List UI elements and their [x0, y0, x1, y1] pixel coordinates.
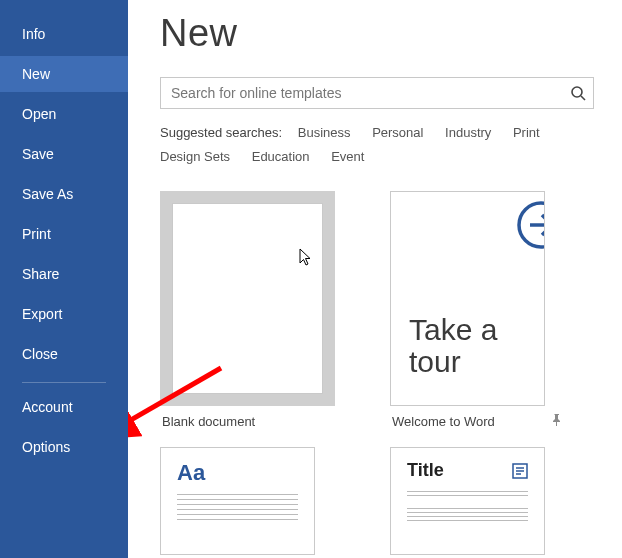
template-thumbnail: Title — [390, 447, 545, 555]
suggested-link-education[interactable]: Education — [252, 149, 310, 164]
preview-lines — [407, 491, 528, 521]
search-button[interactable] — [562, 77, 594, 109]
suggested-link-industry[interactable]: Industry — [445, 125, 491, 140]
suggested-link-personal[interactable]: Personal — [372, 125, 423, 140]
search-wrap — [160, 77, 594, 109]
svg-line-1 — [581, 96, 585, 100]
svg-point-0 — [572, 87, 582, 97]
template-single-spaced[interactable]: Aa — [160, 447, 335, 555]
sidebar-item-info[interactable]: Info — [0, 16, 128, 52]
suggested-link-print[interactable]: Print — [513, 125, 540, 140]
search-icon — [570, 85, 586, 101]
template-thumbnail: Aa — [160, 447, 315, 555]
sidebar-item-account[interactable]: Account — [0, 389, 128, 425]
cursor-icon — [299, 248, 315, 268]
sidebar-item-options[interactable]: Options — [0, 429, 128, 465]
sidebar-item-open[interactable]: Open — [0, 96, 128, 132]
document-icon — [512, 463, 528, 479]
template-welcome-to-word[interactable]: Take a tour Welcome to Word — [390, 191, 565, 429]
sidebar-item-close[interactable]: Close — [0, 336, 128, 372]
tour-text: Take a tour — [409, 314, 497, 377]
suggested-searches: Suggested searches: Business Personal In… — [160, 121, 594, 169]
sidebar-item-save-as[interactable]: Save As — [0, 176, 128, 212]
sidebar-item-share[interactable]: Share — [0, 256, 128, 292]
suggested-label: Suggested searches: — [160, 125, 282, 140]
template-title[interactable]: Title — [390, 447, 565, 555]
page-title: New — [160, 12, 622, 55]
aa-glyph: Aa — [177, 460, 298, 486]
template-thumbnail — [172, 203, 323, 394]
main-panel: New Suggested searches: Business Persona… — [128, 0, 622, 558]
template-caption: Welcome to Word — [392, 414, 495, 429]
sidebar-item-save[interactable]: Save — [0, 136, 128, 172]
title-text: Title — [407, 460, 444, 481]
backstage-sidebar: Info New Open Save Save As Print Share E… — [0, 0, 128, 558]
preview-lines — [177, 494, 298, 520]
suggested-link-business[interactable]: Business — [298, 125, 351, 140]
suggested-link-event[interactable]: Event — [331, 149, 364, 164]
pin-icon[interactable] — [551, 414, 563, 429]
search-input[interactable] — [160, 77, 594, 109]
suggested-link-design-sets[interactable]: Design Sets — [160, 149, 230, 164]
template-blank-document[interactable]: Blank document — [160, 191, 335, 429]
sidebar-item-print[interactable]: Print — [0, 216, 128, 252]
sidebar-item-export[interactable]: Export — [0, 296, 128, 332]
sidebar-divider — [22, 382, 106, 383]
sidebar-item-new[interactable]: New — [0, 56, 128, 92]
template-caption: Blank document — [162, 414, 255, 429]
template-thumbnail: Take a tour — [390, 191, 545, 406]
arrow-right-circle-icon — [516, 200, 545, 250]
template-gallery: Blank document Take a tour — [160, 191, 620, 555]
